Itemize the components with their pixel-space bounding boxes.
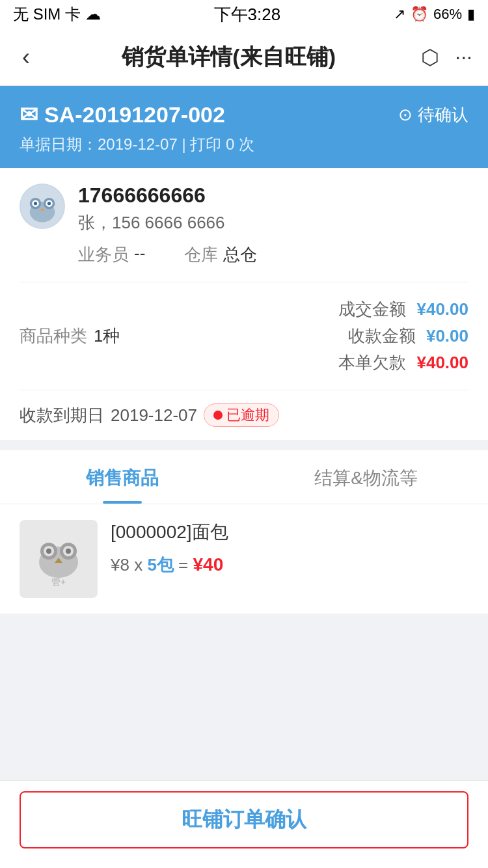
share-icon[interactable]: ⬡ <box>421 45 439 70</box>
tab-sales-products[interactable]: 销售商品 <box>0 450 244 504</box>
product-image: 管+ <box>20 520 98 598</box>
product-types-label: 商品种类 <box>20 325 87 347</box>
order-status: ⊙ 待确认 <box>398 103 468 126</box>
tabs: 销售商品 结算&物流等 <box>0 450 488 504</box>
more-icon[interactable]: ··· <box>455 45 472 69</box>
status-time: 下午3:28 <box>214 3 281 26</box>
product-price: ¥8 x 5包 = ¥40 <box>111 554 468 576</box>
svg-point-6 <box>34 202 37 205</box>
overdue-badge: 已逾期 <box>204 403 279 427</box>
page-title: 销货单详情(来自旺铺) <box>36 42 421 72</box>
price-formula: ¥8 x <box>111 555 142 575</box>
price-quantity: 5包 <box>147 555 173 575</box>
location-icon: ↗ <box>394 6 405 23</box>
received-amount-row: 收款金额 ¥0.00 <box>348 325 468 347</box>
nav-actions: ⬡ ··· <box>421 45 472 70</box>
owed-amount-value: ¥40.00 <box>416 353 468 373</box>
customer-meta: 业务员 -- 仓库 总仓 <box>78 243 468 266</box>
status-right: ↗ ⏰ 66% ▮ <box>394 6 475 23</box>
received-amount-label: 收款金额 <box>348 325 416 347</box>
warehouse-label: 仓库 <box>184 243 218 266</box>
back-button[interactable]: ‹ <box>16 37 36 77</box>
product-name: [0000002]面包 <box>111 520 468 545</box>
status-bar: 无 SIM 卡 ☁ 下午3:28 ↗ ⏰ 66% ▮ <box>0 0 488 29</box>
salesperson-item: 业务员 -- <box>78 243 145 266</box>
battery-icon: ▮ <box>467 6 475 23</box>
received-amount-value: ¥0.00 <box>426 326 468 346</box>
deal-amount-label: 成交金额 <box>338 298 406 321</box>
svg-point-15 <box>46 549 51 554</box>
svg-text:管+: 管+ <box>51 576 66 587</box>
customer-info: 17666666666 张，156 6666 6666 业务员 -- 仓库 总仓 <box>78 183 468 266</box>
tab-settlement-label: 结算&物流等 <box>314 468 418 488</box>
order-mail-icon: ✉ <box>20 102 38 128</box>
tab-settlement[interactable]: 结算&物流等 <box>244 450 488 504</box>
navigation-bar: ‹ 销货单详情(来自旺铺) ⬡ ··· <box>0 29 488 86</box>
bottom-space <box>0 614 488 744</box>
product-item: 管+ [0000002]面包 ¥8 x 5包 = ¥40 <box>0 504 488 614</box>
due-date-section: 收款到期日 2019-12-07 已逾期 <box>0 390 488 440</box>
salesperson-value: -- <box>134 243 145 266</box>
order-header: ✉ SA-20191207-002 ⊙ 待确认 单据日期：2019-12-07 … <box>0 86 488 168</box>
order-number-text: SA-20191207-002 <box>44 102 225 128</box>
owed-amount-label: 本单欠款 <box>338 351 406 374</box>
tab-sales-label: 销售商品 <box>86 468 159 488</box>
deal-amount-value: ¥40.00 <box>416 299 468 319</box>
order-date: 单据日期：2019-12-07 | 打印 0 次 <box>20 134 468 155</box>
overdue-text: 已逾期 <box>226 405 269 425</box>
clock-icon: ⊙ <box>398 105 413 125</box>
summary-section: 商品种类 1种 成交金额 ¥40.00 收款金额 ¥0.00 本单欠款 ¥40.… <box>0 282 488 390</box>
due-date-label: 收款到期日 <box>20 404 104 427</box>
warehouse-value: 总仓 <box>223 243 257 266</box>
bottom-bar: 旺铺订单确认 <box>0 780 488 868</box>
alarm-icon: ⏰ <box>411 6 428 23</box>
confirm-order-button[interactable]: 旺铺订单确认 <box>20 791 468 848</box>
status-left: 无 SIM 卡 ☁ <box>13 4 101 25</box>
avatar <box>20 183 65 229</box>
warehouse-item: 仓库 总仓 <box>184 243 257 266</box>
svg-point-7 <box>47 202 51 205</box>
customer-section: 17666666666 张，156 6666 6666 业务员 -- 仓库 总仓 <box>0 168 488 282</box>
owed-amount-row: 本单欠款 ¥40.00 <box>338 351 468 374</box>
product-types-value: 1种 <box>94 325 120 347</box>
salesperson-label: 业务员 <box>78 243 129 266</box>
status-text: 待确认 <box>418 103 468 126</box>
amount-summary: 成交金额 ¥40.00 收款金额 ¥0.00 本单欠款 ¥40.00 <box>338 298 468 374</box>
product-info: [0000002]面包 ¥8 x 5包 = ¥40 <box>111 520 468 576</box>
tab-section: 销售商品 结算&物流等 管+ [0000002]面包 <box>0 450 488 614</box>
order-number: ✉ SA-20191207-002 <box>20 102 225 128</box>
product-types: 商品种类 1种 <box>20 298 325 374</box>
deal-amount-row: 成交金额 ¥40.00 <box>338 298 468 321</box>
svg-point-16 <box>66 549 71 554</box>
battery-text: 66% <box>433 6 462 23</box>
price-equals: = <box>178 555 188 575</box>
due-date-value: 2019-12-07 <box>111 405 197 426</box>
overdue-dot-icon <box>213 411 223 420</box>
no-sim-text: 无 SIM 卡 ☁ <box>13 4 101 25</box>
price-total: ¥40 <box>193 554 224 575</box>
customer-phone: 17666666666 <box>78 183 468 208</box>
customer-name: 张，156 6666 6666 <box>78 211 468 234</box>
